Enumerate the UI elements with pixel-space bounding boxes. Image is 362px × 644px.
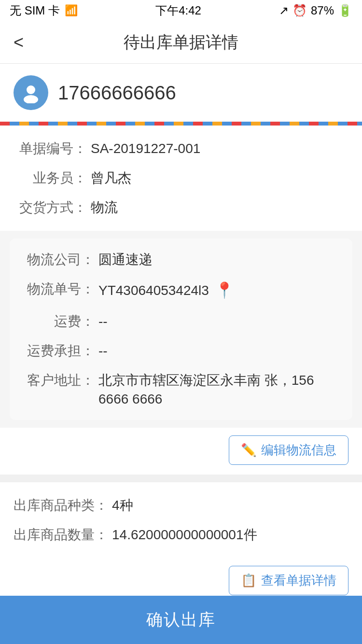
carrier-text: 无 SIM 卡 [10, 3, 60, 18]
delivery-label: 交货方式： [14, 198, 91, 217]
status-bar: 无 SIM 卡 📶 下午4:42 ↗ ⏰ 87% 🔋 [0, 0, 362, 21]
goods-quantity-row: 出库商品数量： 14.620000000000001件 [14, 525, 348, 544]
freight-bear-label: 运费承担： [21, 341, 98, 360]
view-detail-label: 查看单据详情 [261, 572, 336, 589]
address-row: 客户地址： 北京市市辖区海淀区永丰南 张，156 6666 6666 [21, 371, 341, 408]
edit-logistics-button[interactable]: ✏️ 编辑物流信息 [229, 435, 348, 465]
wifi-icon: 📶 [65, 4, 78, 17]
edit-btn-label: 编辑物流信息 [261, 442, 336, 459]
confirm-outbound-button[interactable]: 确认出库 [146, 609, 216, 631]
goods-types-row: 出库商品种类： 4种 [14, 496, 348, 515]
svg-point-1 [24, 95, 38, 103]
tracking-row: YT43064053424l3 📍 [98, 280, 234, 301]
nav-bar: < 待出库单据详情 [0, 21, 362, 64]
order-no-value: SA-20191227-001 [91, 139, 348, 158]
goods-quantity-value: 14.620000000000001件 [112, 525, 348, 544]
goods-types-label: 出库商品种类： [14, 496, 112, 515]
order-no-label: 单据编号： [14, 139, 91, 158]
back-button[interactable]: < [14, 32, 24, 53]
section-divider [0, 475, 362, 482]
order-info-section: 单据编号： SA-20191227-001 业务员： 曾凡杰 交货方式： 物流 [0, 126, 362, 231]
page-title: 待出库单据详情 [124, 31, 238, 54]
status-left: 无 SIM 卡 📶 [10, 3, 78, 18]
freight-label: 运费： [21, 312, 98, 331]
edit-icon: ✏️ [241, 443, 256, 458]
logistics-tracking-value: YT43064053424l3 [98, 281, 209, 300]
delivery-value: 物流 [91, 198, 348, 217]
edit-btn-row: ✏️ 编辑物流信息 [0, 428, 362, 475]
goods-types-value: 4种 [112, 496, 348, 515]
page-content: 17666666666 单据编号： SA-20191227-001 业务员： 曾… [0, 64, 362, 644]
freight-bear-value: -- [98, 341, 341, 360]
view-detail-button[interactable]: 📋 查看单据详情 [229, 566, 348, 595]
battery-icon: 🔋 [338, 4, 352, 17]
status-time: 下午4:42 [155, 3, 201, 18]
logistics-card: 物流公司： 圆通速递 物流单号： YT43064053424l3 📍 运费： -… [10, 238, 352, 420]
detail-icon: 📋 [241, 573, 256, 588]
freight-row: 运费： -- [21, 312, 341, 331]
battery-text: 87% [311, 4, 334, 17]
avatar [14, 75, 48, 110]
logistics-tracking-label: 物流单号： [21, 280, 98, 298]
svg-point-0 [27, 85, 35, 94]
logistics-company-row: 物流公司： 圆通速递 [21, 250, 341, 269]
status-right: ↗ ⏰ 87% 🔋 [279, 4, 352, 17]
customer-section: 17666666666 [0, 64, 362, 122]
alarm-icon: ⏰ [292, 4, 307, 17]
logistics-company-label: 物流公司： [21, 250, 98, 269]
address-label: 客户地址： [21, 371, 98, 390]
location-status-icon: ↗ [279, 4, 289, 17]
freight-bear-row: 运费承担： -- [21, 341, 341, 360]
logistics-company-value: 圆通速递 [98, 250, 341, 269]
customer-phone: 17666666666 [58, 82, 176, 104]
salesman-row: 业务员： 曾凡杰 [14, 168, 348, 187]
goods-section: 出库商品种类： 4种 出库商品数量： 14.620000000000001件 [0, 482, 362, 558]
bottom-btn-container: 确认出库 [0, 596, 362, 644]
delivery-row: 交货方式： 物流 [14, 198, 348, 217]
dashed-divider [0, 122, 362, 126]
address-value: 北京市市辖区海淀区永丰南 张，156 6666 6666 [98, 371, 341, 408]
salesman-value: 曾凡杰 [91, 168, 348, 187]
logistics-tracking-row: 物流单号： YT43064053424l3 📍 [21, 280, 341, 301]
location-track-icon[interactable]: 📍 [215, 280, 234, 301]
salesman-label: 业务员： [14, 168, 91, 187]
order-no-row: 单据编号： SA-20191227-001 [14, 139, 348, 158]
freight-value: -- [98, 312, 341, 331]
goods-quantity-label: 出库商品数量： [14, 525, 112, 544]
